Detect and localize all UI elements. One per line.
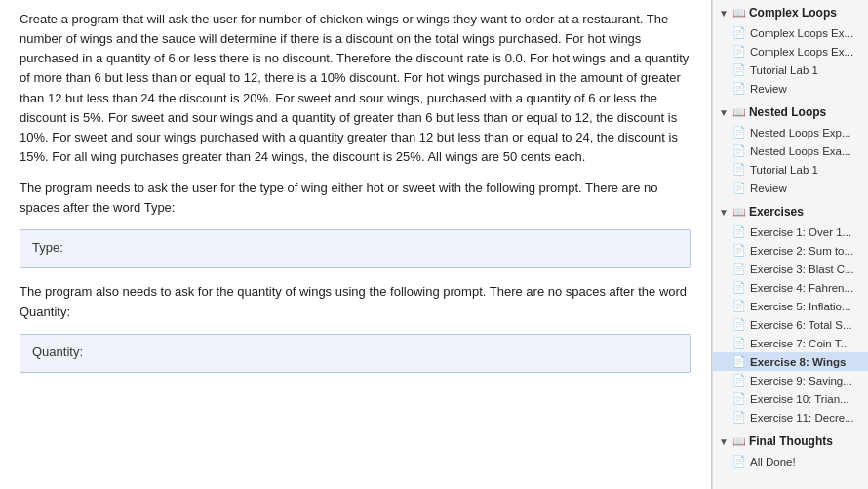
sidebar-item-exercise-7[interactable]: 📄 Exercise 7: Coin T... — [713, 334, 868, 352]
sidebar-item-exercise-6[interactable]: 📄 Exercise 6: Total S... — [713, 315, 868, 334]
paragraph-1: Create a program that will ask the user … — [20, 10, 691, 167]
sidebar-item-label: Exercise 1: Over 1... — [750, 226, 851, 238]
sidebar-item-label: Exercise 2: Sum to... — [750, 245, 853, 257]
book-icon: 📖 — [732, 106, 746, 119]
page-icon: 📄 — [732, 318, 746, 331]
page-icon: 📄 — [732, 244, 746, 257]
sidebar-item-complex-loops-ex2[interactable]: 📄 Complex Loops Ex... — [713, 42, 868, 61]
sidebar-item-exercise-3[interactable]: 📄 Exercise 3: Blast C... — [713, 260, 868, 278]
page-icon: 📄 — [732, 45, 746, 58]
sidebar-section-header-complex-loops[interactable]: ▼ 📖 Complex Loops — [713, 2, 868, 23]
sidebar-item-all-done[interactable]: 📄 All Done! — [713, 452, 868, 470]
sidebar-item-label: Exercise 3: Blast C... — [750, 264, 854, 275]
book-icon: 📖 — [732, 7, 746, 20]
quantity-input-box[interactable]: Quantity: — [20, 334, 691, 373]
sidebar-item-label: Review — [750, 183, 787, 194]
page-icon: 📄 — [732, 337, 746, 349]
section-label: Nested Loops — [749, 105, 826, 119]
sidebar-item-label: Complex Loops Ex... — [750, 46, 853, 58]
sidebar-item-label: Nested Loops Exa... — [750, 145, 851, 157]
section-label: Complex Loops — [749, 6, 837, 20]
page-icon: 📄 — [732, 182, 746, 194]
quantity-label: Quantity: — [32, 345, 83, 359]
type-input-box[interactable]: Type: — [20, 229, 691, 268]
page-icon: 📄 — [732, 300, 746, 312]
triangle-icon: ▼ — [719, 107, 729, 118]
sidebar-item-label: All Done! — [750, 456, 796, 468]
page-icon: 📄 — [732, 82, 746, 95]
sidebar-item-nested-loops-exa[interactable]: 📄 Nested Loops Exa... — [713, 142, 868, 160]
main-content: Create a program that will ask the user … — [0, 0, 712, 489]
triangle-icon: ▼ — [719, 436, 729, 447]
book-icon: 📖 — [732, 206, 746, 219]
sidebar-item-label: Exercise 10: Trian... — [750, 393, 849, 405]
sidebar-item-label: Tutorial Lab 1 — [750, 64, 818, 76]
sidebar-item-label: Review — [750, 83, 787, 95]
sidebar-section-exercises: ▼ 📖 Exercises 📄 Exercise 1: Over 1... 📄 … — [713, 199, 868, 428]
sidebar-item-tutorial-lab-1b[interactable]: 📄 Tutorial Lab 1 — [713, 160, 868, 179]
sidebar-item-complex-loops-ex1[interactable]: 📄 Complex Loops Ex... — [713, 23, 868, 42]
page-icon: 📄 — [732, 281, 746, 294]
page-icon: 📄 — [732, 26, 746, 39]
sidebar-item-nested-loops-exp[interactable]: 📄 Nested Loops Exp... — [713, 123, 868, 142]
page-icon: 📄 — [732, 411, 746, 424]
book-icon: 📖 — [732, 435, 746, 448]
sidebar-item-exercise-5[interactable]: 📄 Exercise 5: Inflatio... — [713, 297, 868, 315]
page-icon: 📄 — [732, 263, 746, 275]
sidebar: ▼ 📖 Complex Loops 📄 Complex Loops Ex... … — [712, 0, 868, 489]
sidebar-item-label: Exercise 9: Saving... — [750, 375, 852, 387]
triangle-icon: ▼ — [719, 8, 729, 19]
page-icon: 📄 — [732, 392, 746, 405]
sidebar-item-exercise-4[interactable]: 📄 Exercise 4: Fahren... — [713, 278, 868, 297]
sidebar-item-review-a[interactable]: 📄 Review — [713, 79, 868, 98]
paragraph-2: The program needs to ask the user for th… — [20, 179, 691, 218]
sidebar-item-label: Exercise 7: Coin T... — [750, 338, 849, 349]
page-icon: 📄 — [732, 455, 746, 468]
page-icon: 📄 — [732, 63, 746, 76]
sidebar-item-exercise-8[interactable]: 📄 Exercise 8: Wings — [713, 352, 868, 371]
sidebar-item-exercise-2[interactable]: 📄 Exercise 2: Sum to... — [713, 241, 868, 260]
section-label: Exercises — [749, 205, 804, 219]
sidebar-item-exercise-9[interactable]: 📄 Exercise 9: Saving... — [713, 371, 868, 389]
page-icon: 📄 — [732, 163, 746, 176]
triangle-icon: ▼ — [719, 207, 729, 218]
sidebar-item-label: Nested Loops Exp... — [750, 127, 851, 139]
sidebar-item-label: Exercise 4: Fahren... — [750, 282, 853, 294]
sidebar-item-label: Complex Loops Ex... — [750, 27, 853, 39]
sidebar-item-label: Exercise 11: Decre... — [750, 412, 854, 424]
sidebar-item-label: Exercise 5: Inflatio... — [750, 301, 851, 312]
page-icon: 📄 — [732, 374, 746, 387]
sidebar-section-header-exercises[interactable]: ▼ 📖 Exercises — [713, 201, 868, 223]
sidebar-section-complex-loops: ▼ 📖 Complex Loops 📄 Complex Loops Ex... … — [713, 0, 868, 100]
sidebar-item-exercise-1[interactable]: 📄 Exercise 1: Over 1... — [713, 223, 868, 241]
page-icon: 📄 — [732, 144, 746, 157]
sidebar-item-label: Tutorial Lab 1 — [750, 164, 818, 176]
sidebar-item-label: Exercise 6: Total S... — [750, 319, 852, 331]
paragraph-3: The program also needs to ask for the qu… — [20, 282, 691, 321]
sidebar-item-exercise-10[interactable]: 📄 Exercise 10: Trian... — [713, 389, 868, 408]
sidebar-item-review-b[interactable]: 📄 Review — [713, 179, 868, 197]
sidebar-item-label: Exercise 8: Wings — [750, 356, 846, 368]
sidebar-section-final-thoughts: ▼ 📖 Final Thoughts 📄 All Done! — [713, 428, 868, 472]
page-icon: 📄 — [732, 225, 746, 238]
section-label: Final Thoughts — [749, 434, 833, 448]
type-label: Type: — [32, 240, 63, 255]
page-icon: 📄 — [732, 355, 746, 368]
page-icon: 📄 — [732, 126, 746, 139]
sidebar-item-tutorial-lab-1a[interactable]: 📄 Tutorial Lab 1 — [713, 61, 868, 79]
sidebar-section-header-final-thoughts[interactable]: ▼ 📖 Final Thoughts — [713, 430, 868, 452]
sidebar-section-nested-loops: ▼ 📖 Nested Loops 📄 Nested Loops Exp... 📄… — [713, 100, 868, 199]
sidebar-item-exercise-11[interactable]: 📄 Exercise 11: Decre... — [713, 408, 868, 427]
sidebar-section-header-nested-loops[interactable]: ▼ 📖 Nested Loops — [713, 102, 868, 123]
